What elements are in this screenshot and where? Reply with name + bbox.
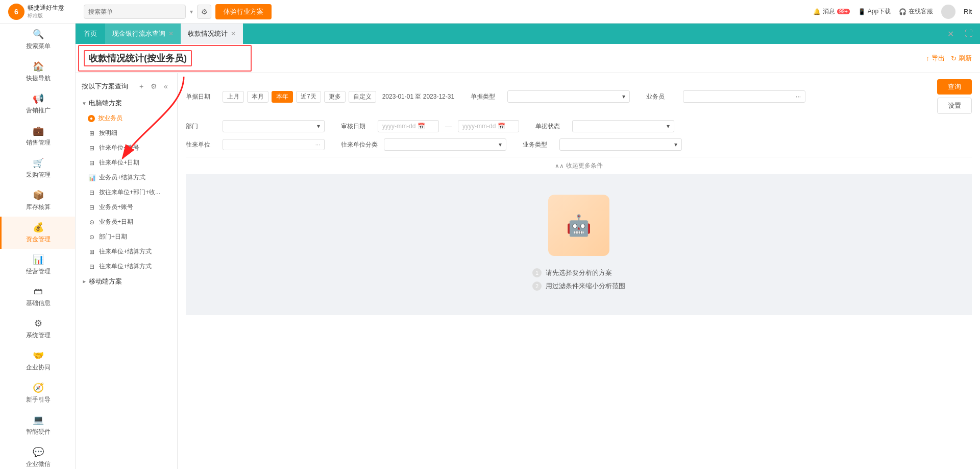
gear-button[interactable]: ⚙ <box>197 5 211 19</box>
chevron-down-icon1: ▾ <box>622 93 625 100</box>
logo-area: 6 畅捷通好生意 标准版 <box>8 4 84 20</box>
voucher-type-select[interactable]: ▾ <box>507 90 630 103</box>
sidebar-item-marketing[interactable]: 📢 营销推广 <box>0 88 75 120</box>
trial-button[interactable]: 体验行业方案 <box>215 4 272 19</box>
table-icon4: ⊟ <box>88 203 96 212</box>
export-button[interactable]: ↑ 导出 <box>926 54 945 63</box>
shortcut-7days[interactable]: 近7天 <box>296 91 321 103</box>
collapse-bar[interactable]: ∧∧ 收起更多条件 <box>186 157 972 174</box>
chart-icon: 📊 <box>88 174 96 182</box>
shortcut-more[interactable]: 更多 <box>324 91 346 103</box>
sidebar-item-enterprise[interactable]: 🤝 企业协同 <box>0 345 75 377</box>
page-header: 收款情况统计(按业务员) ↑ 导出 ↻ 刷新 <box>76 44 980 73</box>
sidebar-item-hardware[interactable]: 💻 智能硬件 <box>0 409 75 441</box>
scheme-group-desktop-title[interactable]: ▼ 电脑端方案 <box>76 96 177 111</box>
tab-cashflow[interactable]: 现金银行流水查询 ✕ <box>105 24 181 44</box>
scheme-item-unit-date[interactable]: ⊟ 往来单位+日期 <box>76 155 177 170</box>
sidebar-item-wechat[interactable]: 💬 企业微信 <box>0 441 75 469</box>
audit-date-end[interactable]: yyyy-mm-dd 📅 <box>458 120 519 132</box>
page-title: 收款情况统计(按业务员) <box>84 50 192 66</box>
scheme-item-dept-date[interactable]: ⊙ 部门+日期 <box>76 229 177 244</box>
collapse-icon: ∧∧ <box>555 162 564 170</box>
refresh-button[interactable]: ↻ 刷新 <box>951 54 972 63</box>
scheme-item-unit-dept[interactable]: ⊟ 按往来单位+部门+收... <box>76 185 177 200</box>
operations-icon: 📊 <box>33 254 44 265</box>
sidebar-item-operations[interactable]: 📊 经营管理 <box>0 249 75 281</box>
scheme-item-detail[interactable]: ⊞ 按明细 <box>76 126 177 140</box>
shortcut-this-month[interactable]: 本月 <box>247 91 268 103</box>
tab-home[interactable]: 首页 <box>76 24 105 44</box>
sidebar-item-search[interactable]: 🔍 搜索菜单 <box>0 24 75 56</box>
step-num-2: 2 <box>532 282 542 291</box>
hardware-icon: 💻 <box>33 414 44 426</box>
table-icon2: ⊟ <box>88 159 96 167</box>
sidebar-item-basic[interactable]: 🗃 基础信息 <box>0 281 75 313</box>
scheme-item-by-salesman[interactable]: ● 按业务员 <box>76 111 177 126</box>
messages-item[interactable]: 🔔 消息 99+ <box>813 7 850 16</box>
shortcut-last-month[interactable]: 上月 <box>223 91 244 103</box>
inventory-icon: 📦 <box>33 190 44 201</box>
chevron-down-icon3: ▾ <box>667 123 670 130</box>
online-service-item[interactable]: 🎧 在线客服 <box>899 7 933 16</box>
counterparty-cat-select[interactable]: ▾ <box>384 138 506 151</box>
sidebar-item-inventory[interactable]: 📦 库存核算 <box>0 184 75 217</box>
tab-close-cashflow[interactable]: ✕ <box>168 30 174 37</box>
sidebar-item-system[interactable]: ⚙ 系统管理 <box>0 313 75 345</box>
date-shortcuts: 上月 本月 本年 近7天 更多 自定义 <box>223 91 376 103</box>
dept-select[interactable]: ▾ <box>223 120 325 132</box>
scheme-item-unit-settlement1[interactable]: ⊞ 往来单位+结算方式 <box>76 244 177 259</box>
sidebar-item-sales[interactable]: 💼 销售管理 <box>0 120 75 152</box>
shortcut-custom[interactable]: 自定义 <box>349 91 376 103</box>
page-header-actions: ↑ 导出 ↻ 刷新 <box>926 54 972 63</box>
search-input[interactable] <box>84 5 186 19</box>
close-window-btn[interactable]: ✕ <box>943 27 958 41</box>
wechat-icon: 💬 <box>33 447 44 458</box>
filter-row-1: 单据日期 上月 本月 本年 近7天 更多 自定义 2023-01-01 至 20… <box>186 79 972 114</box>
counterparty-more[interactable]: ··· <box>315 142 320 148</box>
scheme-settings-btn[interactable]: ⚙ <box>149 81 159 91</box>
chevron-down-icon2: ▾ <box>317 123 320 130</box>
empty-state: 🤖 1 请先选择要分析的方案 2 用过滤条件来缩小分析范围 <box>186 174 972 315</box>
sidebar-item-finance[interactable]: 💰 资金管理 <box>0 217 75 249</box>
audit-date-start[interactable]: yyyy-mm-dd 📅 <box>378 120 439 132</box>
sidebar-item-quicknav[interactable]: 🏠 快捷导航 <box>0 56 75 88</box>
query-button[interactable]: 查询 <box>937 79 972 95</box>
filter-row-3: 往来单位 ··· 往来单位分类 ▾ 业务类型 <box>186 138 972 151</box>
scheme-collapse-btn[interactable]: « <box>161 81 171 91</box>
messages-badge: 99+ <box>837 9 850 14</box>
active-scheme-icon: ● <box>88 115 95 122</box>
group-arrow-icon: ▼ <box>82 101 87 106</box>
maximize-btn[interactable]: ⛶ <box>962 27 976 41</box>
scheme-item-unit-account[interactable]: ⊟ 往来单位+账号 <box>76 140 177 155</box>
counterparty-select[interactable]: ··· <box>223 139 325 150</box>
chevron-down-icon5: ▾ <box>674 141 677 148</box>
settings-button[interactable]: 设置 <box>937 98 972 114</box>
business-type-select[interactable]: ▾ <box>559 138 682 151</box>
sidebar-item-purchase[interactable]: 🛒 采购管理 <box>0 152 75 184</box>
scheme-item-salesman-account[interactable]: ⊟ 业务员+账号 <box>76 200 177 215</box>
salesman-select[interactable]: ··· <box>683 90 805 103</box>
scheme-item-salesman-settlement[interactable]: 📊 业务员+结算方式 <box>76 170 177 185</box>
breadcrumb-arrow[interactable]: ▾ <box>190 8 193 15</box>
content-area: 首页 现金银行流水查询 ✕ 收款情况统计 ✕ ✕ ⛶ 收款情况统计(按业务员) <box>76 24 980 469</box>
add-scheme-btn[interactable]: + <box>136 81 146 91</box>
grid-icon2: ⊞ <box>88 248 96 256</box>
clock-icon1: ⊙ <box>88 218 96 226</box>
app-download-item[interactable]: 📱 App下载 <box>858 7 891 16</box>
scheme-item-salesman-date[interactable]: ⊙ 业务员+日期 <box>76 215 177 229</box>
scheme-group-mobile: ▼ 移动端方案 <box>76 274 177 289</box>
action-buttons: 查询 设置 <box>937 79 972 114</box>
edition-badge: 标准版 <box>28 12 64 19</box>
shortcut-this-year[interactable]: 本年 <box>272 91 293 103</box>
basic-icon: 🗃 <box>34 286 43 297</box>
voucher-status-label: 单据状态 <box>535 122 566 131</box>
tab-collection[interactable]: 收款情况统计 ✕ <box>181 24 243 44</box>
tab-close-collection[interactable]: ✕ <box>231 30 236 37</box>
home-icon: 🏠 <box>33 61 44 72</box>
table-icon1: ⊟ <box>88 144 96 152</box>
scheme-group-mobile-title[interactable]: ▼ 移动端方案 <box>76 274 177 289</box>
voucher-status-select[interactable]: ▾ <box>572 120 674 132</box>
user-avatar[interactable] <box>941 5 955 19</box>
scheme-item-unit-settlement2[interactable]: ⊟ 往来单位+结算方式 <box>76 259 177 274</box>
sidebar-item-newbie[interactable]: 🧭 新手引导 <box>0 377 75 409</box>
